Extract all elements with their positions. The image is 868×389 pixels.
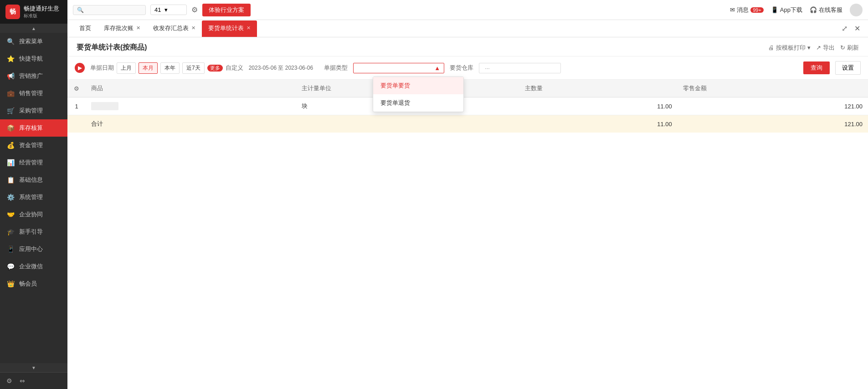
app-download-btn[interactable]: 📱 App下载 <box>771 6 802 14</box>
custom-date-btn[interactable]: 自定义 <box>226 64 243 72</box>
export-icon: ↗ <box>816 44 821 51</box>
dropdown-item-order-goods[interactable]: 要货单要货 <box>373 77 463 94</box>
column-settings-icon[interactable]: ⚙ <box>74 85 79 92</box>
sidebar-item-cooperation[interactable]: 🤝企业协同 <box>0 206 67 223</box>
close-tab-receipt-summary[interactable]: ✕ <box>191 25 195 31</box>
sidebar-nav: 🔍搜索菜单⭐快捷导航📢营销推广💼销售管理🛒采购管理📦库存核算💰资金管理📊经营管理… <box>0 33 67 363</box>
data-table: ⚙ 商品 主计量单位 主数量 零售金额 1 <box>67 80 868 133</box>
table-row: 1 块 11.00 121.00 <box>67 97 868 115</box>
finance-icon: 💰 <box>6 142 15 149</box>
total-amount: 121.00 <box>678 115 868 133</box>
system-icon: ⚙️ <box>6 194 15 201</box>
product-placeholder <box>91 102 118 110</box>
filter-settings-btn[interactable]: 设置 <box>835 61 861 75</box>
total-label: 合计 <box>86 115 296 133</box>
messages-btn[interactable]: ✉ 消息 99+ <box>730 6 764 14</box>
topbar-gear-icon[interactable]: ⚙ <box>191 5 198 14</box>
sales-icon: 💼 <box>6 90 15 97</box>
sidebar-item-marketing[interactable]: 📢营销推广 <box>0 67 67 85</box>
sidebar-item-sales[interactable]: 💼销售管理 <box>0 85 67 102</box>
tab-home[interactable]: 首页 <box>73 20 98 37</box>
page-title: 要货单统计表(按商品) <box>77 43 147 52</box>
export-btn[interactable]: ↗ 导出 <box>816 44 835 52</box>
topbar: 🔍 41 ▾ ⚙ 体验行业方案 ✉ 消息 99+ 📱 App下载 🎧 在线客 <box>67 0 868 20</box>
tab-inventory-batch[interactable]: 库存批次账 ✕ <box>98 20 147 37</box>
page-content: 要货单统计表(按商品) 🖨 按模板打印 ▾ ↗ 导出 ↻ 刷新 <box>67 37 868 389</box>
dropdown-item-order-return[interactable]: 要货单退货 <box>373 94 463 112</box>
date-this-year-btn[interactable]: 本年 <box>160 62 180 74</box>
cell-index: 1 <box>67 97 86 115</box>
col-amount: 零售金额 <box>678 80 868 97</box>
sidebar-item-appstore[interactable]: 📱应用中心 <box>0 241 67 258</box>
date-more-badge[interactable]: 更多 <box>207 65 223 72</box>
guide-icon: 🎓 <box>6 228 15 235</box>
tabs-expand-icon[interactable]: ⤢ <box>839 24 850 33</box>
sidebar-item-weixin[interactable]: 💬企业微信 <box>0 258 67 275</box>
industry-btn[interactable]: 体验行业方案 <box>202 4 251 16</box>
warehouse-field[interactable]: ··· <box>479 63 561 73</box>
weixin-icon: 💬 <box>6 263 15 270</box>
type-label: 单据类型 <box>324 64 348 72</box>
chevron-up-icon: ▲ <box>434 65 440 72</box>
close-tab-order-stats[interactable]: ✕ <box>247 25 251 31</box>
search-menu-input[interactable]: 🔍 <box>73 5 146 15</box>
online-service-btn[interactable]: 🎧 在线客服 <box>810 6 842 14</box>
main-area: 🔍 41 ▾ ⚙ 体验行业方案 ✉ 消息 99+ 📱 App下载 🎧 在线客 <box>67 0 868 389</box>
sidebar: 畅 畅捷通好生意 标准版 ▲ 🔍搜索菜单⭐快捷导航📢营销推广💼销售管理🛒采购管理… <box>0 0 67 389</box>
tabs-more-icon[interactable]: ✕ <box>852 24 863 33</box>
search-menu-icon: 🔍 <box>6 38 15 45</box>
tab-counter[interactable]: 41 ▾ <box>150 5 187 15</box>
member-icon: 👑 <box>6 280 15 287</box>
quick-nav-icon: ⭐ <box>6 55 15 62</box>
sidebar-item-member[interactable]: 👑畅会员 <box>0 275 67 292</box>
refresh-btn[interactable]: ↻ 刷新 <box>840 44 859 52</box>
cell-amount: 121.00 <box>678 97 868 115</box>
query-btn[interactable]: 查询 <box>803 61 830 74</box>
col-quantity: 主数量 <box>519 80 678 97</box>
sidebar-item-system[interactable]: ⚙️系统管理 <box>0 189 67 206</box>
tab-order-stats[interactable]: 要货单统计表 ✕ <box>202 20 257 37</box>
operations-icon: 📊 <box>6 159 15 166</box>
total-quantity: 11.00 <box>519 115 678 133</box>
marketing-icon: 📢 <box>6 72 15 80</box>
sidebar-item-finance[interactable]: 💰资金管理 <box>0 137 67 154</box>
print-btn[interactable]: 🖨 按模板打印 ▾ <box>768 44 811 52</box>
topbar-right: ✉ 消息 99+ 📱 App下载 🎧 在线客服 <box>730 4 863 16</box>
close-tab-inventory-batch[interactable]: ✕ <box>136 25 140 31</box>
date-this-month-btn[interactable]: 本月 <box>139 62 158 74</box>
table-header-row: ⚙ 商品 主计量单位 主数量 零售金额 <box>67 80 868 97</box>
sidebar-scroll-up[interactable]: ▲ <box>0 24 67 33</box>
collapse-icon[interactable]: ⇔ <box>20 377 25 384</box>
message-badge: 99+ <box>750 7 764 13</box>
settings-icon[interactable]: ⚙ <box>6 377 12 384</box>
cell-quantity: 11.00 <box>519 97 678 115</box>
app-logo: 畅 畅捷通好生意 标准版 <box>0 0 67 24</box>
date-last-month-btn[interactable]: 上月 <box>117 62 136 74</box>
user-avatar[interactable] <box>850 4 863 16</box>
message-icon: ✉ <box>730 6 735 13</box>
print-icon: 🖨 <box>768 44 774 51</box>
appstore-icon: 📱 <box>6 246 15 253</box>
sidebar-item-quick-nav[interactable]: ⭐快捷导航 <box>0 50 67 67</box>
page-actions: 🖨 按模板打印 ▾ ↗ 导出 ↻ 刷新 <box>768 44 859 52</box>
filter-expand-btn[interactable]: ▶ <box>75 63 85 73</box>
sidebar-item-basic[interactable]: 📋基础信息 <box>0 171 67 189</box>
date-7days-btn[interactable]: 近7天 <box>182 62 205 74</box>
sidebar-scroll-down[interactable]: ▼ <box>0 363 67 372</box>
sidebar-item-inventory[interactable]: 📦库存核算 <box>0 119 67 137</box>
sidebar-item-guide[interactable]: 🎓新手引导 <box>0 223 67 241</box>
tabs-controls: ⤢ ✕ <box>839 24 863 33</box>
sidebar-item-operations[interactable]: 📊经营管理 <box>0 154 67 171</box>
logo-icon: 畅 <box>5 5 20 19</box>
tab-receipt-summary[interactable]: 收发存汇总表 ✕ <box>147 20 202 37</box>
sidebar-item-search-menu[interactable]: 🔍搜索菜单 <box>0 33 67 50</box>
type-selector[interactable]: ▲ <box>353 63 444 73</box>
total-empty-1 <box>67 115 86 133</box>
filter-bar: ▶ 单据日期 上月 本月 本年 近7天 更多 自定义 2023-05-06 至 … <box>67 56 868 80</box>
table-area: ⚙ 商品 主计量单位 主数量 零售金额 1 <box>67 80 868 389</box>
topbar-left: 🔍 41 ▾ ⚙ 体验行业方案 <box>73 4 251 16</box>
sidebar-item-purchase[interactable]: 🛒采购管理 <box>0 102 67 119</box>
refresh-icon: ↻ <box>840 44 845 51</box>
warehouse-more-icon[interactable]: ··· <box>485 65 490 72</box>
chevron-down-icon: ▾ <box>164 6 168 13</box>
